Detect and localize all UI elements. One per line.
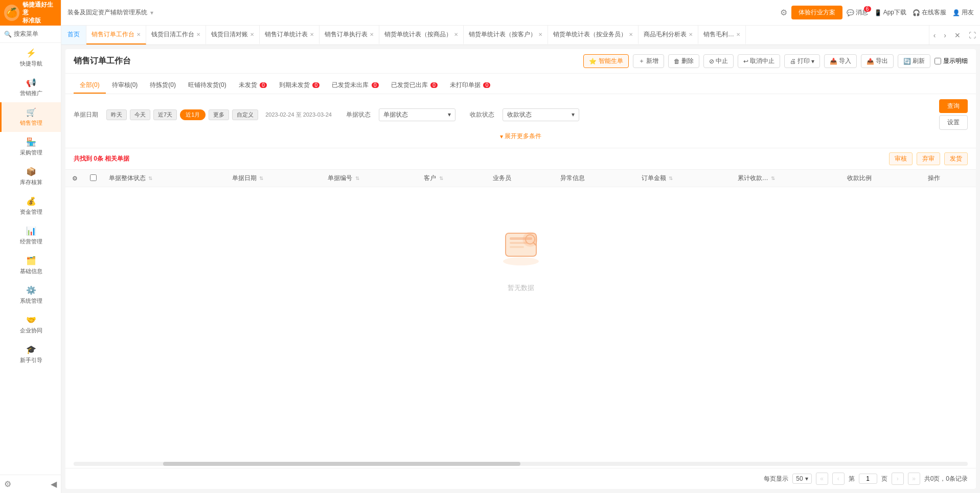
industry-solution-button[interactable]: 体验行业方案 (791, 6, 842, 19)
tab-close-icon[interactable]: ✕ (250, 32, 254, 37)
tab-gross-profit[interactable]: 商品毛利分析表 ✕ (639, 26, 698, 44)
tab-home[interactable]: 首页 (61, 26, 86, 44)
query-button[interactable]: 查询 (939, 99, 968, 113)
message-btn[interactable]: 💬 消息 6 (847, 8, 868, 17)
sort-icon[interactable]: ⇅ (355, 175, 359, 181)
sidebar-item-purchase[interactable]: 🏪 采购管理 (0, 132, 61, 162)
tab-sales-exec[interactable]: 销售订单执行表 ✕ (320, 26, 379, 44)
sidebar: 🍊 畅捷通好生意 标准版 🔍 搜索菜单 ⚡ 快捷导航 📢 营销推广 🛒 销售管理… (0, 0, 61, 493)
user-menu-btn[interactable]: 👤 用友 (952, 8, 974, 17)
title-dropdown-icon[interactable]: ▾ (150, 9, 153, 16)
tab-close-icon[interactable]: ✕ (454, 32, 458, 37)
sidebar-item-operation[interactable]: 📊 经营管理 (0, 221, 61, 251)
tab-close-icon[interactable]: ✕ (310, 32, 314, 37)
tab-summary-product[interactable]: 销货单统计表（按商品） ✕ (379, 26, 464, 44)
sort-icon[interactable]: ⇅ (148, 175, 152, 181)
date-btn-1month[interactable]: 近1月 (180, 109, 206, 120)
tab-prev-btn[interactable]: ‹ (929, 26, 940, 44)
prev-page-btn[interactable]: ‹ (832, 473, 845, 485)
sub-tab-shipped-not-out[interactable]: 已发货未出库 0 (326, 78, 384, 94)
sub-tab-pending-inspect[interactable]: 待拣货(0) (144, 78, 182, 94)
tab-summary-customer[interactable]: 销货单统计表（按客户） ✕ (464, 26, 548, 44)
tab-next-btn[interactable]: › (940, 26, 950, 44)
review-action-btn[interactable]: 审核 (889, 152, 913, 165)
tab-close-icon[interactable]: ✕ (689, 32, 693, 37)
horizontal-scrollbar[interactable] (74, 462, 968, 466)
smart-order-button[interactable]: ⭐ 智能生单 (583, 54, 629, 68)
tab-cash-daily[interactable]: 钱货日清工作台 ✕ (146, 26, 206, 44)
sub-tab-shipped-out[interactable]: 已发货已出库 0 (385, 78, 444, 94)
export-button[interactable]: 📤 导出 (861, 54, 894, 68)
tab-sales-more[interactable]: 销售毛利… ✕ (698, 26, 746, 44)
sidebar-item-capital[interactable]: 💰 资金管理 (0, 191, 61, 221)
ship-action-btn[interactable]: 发货 (944, 152, 968, 165)
delete-button[interactable]: 🗑 删除 (668, 54, 699, 68)
tab-close-icon[interactable]: ✕ (196, 32, 200, 37)
tab-fullscreen-btn[interactable]: ⛶ (965, 26, 980, 44)
import-button[interactable]: 📥 导入 (824, 54, 857, 68)
sub-tab-overdue-not-shipped[interactable]: 到期未发货 0 (273, 78, 326, 94)
sub-tab-wangpu[interactable]: 旺铺待发货(0) (182, 78, 233, 94)
show-detail-label[interactable]: 显示明细 (935, 57, 968, 65)
next-page-btn[interactable]: › (892, 473, 904, 485)
date-btn-7days[interactable]: 近7天 (153, 109, 177, 120)
th-checkbox[interactable] (84, 170, 103, 187)
tab-close-all-btn[interactable]: ✕ (950, 26, 965, 44)
sidebar-item-enterprise[interactable]: 🤝 企业协同 (0, 310, 61, 340)
sub-tab-not-shipped[interactable]: 未发货 0 (233, 78, 273, 94)
sidebar-item-marketing[interactable]: 📢 营销推广 (0, 73, 61, 102)
tab-close-icon[interactable]: ✕ (370, 32, 374, 37)
tab-sales-stat[interactable]: 销售订单统计表 ✕ (260, 26, 320, 44)
tab-close-icon[interactable]: ✕ (736, 32, 740, 37)
add-button[interactable]: ＋ 新增 (633, 54, 664, 68)
sidebar-item-basic[interactable]: 🗂️ 基础信息 (0, 251, 61, 280)
sub-tab-all[interactable]: 全部(0) (74, 78, 106, 94)
page-number-input[interactable] (859, 474, 877, 484)
settings-icon[interactable]: ⚙ (780, 8, 787, 17)
sidebar-item-sales[interactable]: 🛒 销售管理 (0, 102, 61, 132)
collapse-btn[interactable]: ◀ (51, 479, 57, 489)
page-size-select[interactable]: 50 ▾ (792, 474, 811, 484)
stop-button[interactable]: ⊘ 中止 (703, 54, 734, 68)
refresh-button[interactable]: 🔄 刷新 (898, 54, 930, 68)
sub-tab-not-printed[interactable]: 未打印单据 0 (444, 78, 496, 94)
online-service-btn[interactable]: 🎧 在线客服 (913, 8, 946, 17)
sort-icon[interactable]: ⇅ (771, 175, 775, 181)
tab-summary-staff[interactable]: 销货单统计表（按业务员） ✕ (548, 26, 639, 44)
sidebar-item-newbie[interactable]: 🎓 新手引导 (0, 340, 61, 369)
last-page-btn[interactable]: » (908, 473, 920, 485)
select-all-checkbox[interactable] (90, 174, 97, 181)
status-filter-select[interactable]: 单据状态 ▾ (379, 108, 455, 121)
settings-btn[interactable]: ⚙ (4, 479, 11, 489)
date-btn-yesterday[interactable]: 昨天 (106, 109, 127, 120)
th-status: 单据整体状态 ⇅ (103, 170, 226, 187)
sort-icon[interactable]: ⇅ (259, 175, 263, 181)
sidebar-item-inventory[interactable]: 📦 库存核算 (0, 162, 61, 191)
date-btn-more[interactable]: 更多 (209, 109, 229, 120)
cancel-stop-button[interactable]: ↩ 取消中止 (738, 54, 780, 68)
th-settings[interactable]: ⚙ (65, 170, 84, 187)
tab-close-icon[interactable]: ✕ (136, 32, 141, 37)
tab-close-icon[interactable]: ✕ (538, 32, 542, 37)
sort-icon[interactable]: ⇅ (439, 175, 443, 181)
sidebar-item-system[interactable]: ⚙️ 系统管理 (0, 280, 61, 310)
first-page-btn[interactable]: « (816, 473, 828, 485)
tab-sales-order[interactable]: 销售订单工作台 ✕ (86, 26, 146, 44)
sidebar-search[interactable]: 🔍 搜索菜单 (0, 26, 61, 43)
tab-cash-reconcile[interactable]: 钱货日清对账 ✕ (206, 26, 260, 44)
payment-filter-select[interactable]: 收款状态 ▾ (503, 108, 579, 121)
setting-button[interactable]: 设置 (939, 115, 968, 130)
sort-icon[interactable]: ⇅ (669, 175, 673, 181)
date-btn-custom[interactable]: 自定义 (232, 109, 258, 120)
app-download-btn[interactable]: 📱 App下载 (874, 8, 906, 17)
print-button[interactable]: 🖨 打印 ▾ (784, 54, 820, 68)
scrollbar-thumb[interactable] (163, 462, 521, 466)
show-detail-checkbox[interactable] (935, 58, 941, 64)
sidebar-item-quick-nav[interactable]: ⚡ 快捷导航 (0, 43, 61, 73)
date-btn-today[interactable]: 今天 (130, 109, 150, 120)
tab-close-icon[interactable]: ✕ (629, 32, 633, 37)
expand-icon: ▾ (500, 133, 503, 140)
cancel-review-btn[interactable]: 弃审 (917, 152, 940, 165)
expand-filter-btn[interactable]: ▾ 展开更多条件 (500, 132, 541, 141)
sub-tab-pending-review[interactable]: 待审核(0) (106, 78, 144, 94)
